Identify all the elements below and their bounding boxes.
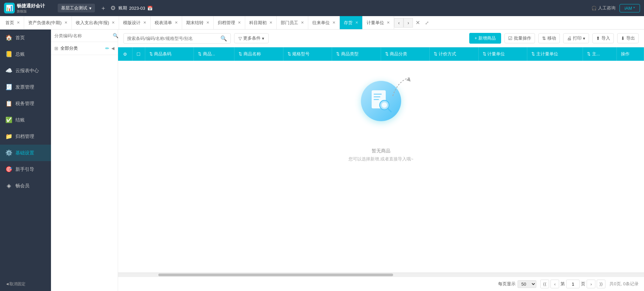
tab-inventory[interactable]: 存货 ✕ [340, 16, 363, 29]
calendar-icon[interactable]: 📅 [147, 6, 153, 11]
sidebar-item-member[interactable]: ◈ 畅会员 [0, 178, 51, 194]
move-label: 移动 [547, 35, 556, 41]
tab-unit-label: 计量单位 [367, 20, 384, 26]
guide-icon: 🎯 [5, 166, 12, 173]
filter-button[interactable]: ▽ 更多条件 ▾ [234, 33, 269, 43]
add-product-label: + 新增商品 [475, 35, 496, 41]
th-barcode[interactable]: ⇅ 商品条码 [145, 47, 194, 61]
import-button[interactable]: ⬆ 导入 [592, 33, 614, 43]
th-category[interactable]: ⇅ 商品分类 [381, 47, 429, 61]
tab-unit-close[interactable]: ✕ [387, 20, 390, 25]
tab-tax-close[interactable]: ✕ [175, 20, 178, 25]
tab-period-carry[interactable]: 期末结转 ✕ [182, 16, 214, 29]
sidebar-invoice-label: 发票管理 [15, 84, 34, 90]
empty-illustration [351, 81, 411, 141]
category-search-icon[interactable]: 🔍 [113, 33, 118, 38]
sidebar-item-archive[interactable]: 📁 归档管理 [0, 128, 51, 145]
sidebar-item-tax[interactable]: 📋 税务管理 [0, 95, 51, 112]
period-label: 账期 [118, 5, 127, 11]
th-pricing[interactable]: ⇅ 计价方式 [430, 47, 478, 61]
scroll-thumb[interactable] [158, 274, 393, 276]
main-layout: 🏠 首页 📒 总账 ☁️ 云报表中心 🧾 发票管理 📋 税务管理 ✅ 结账 📁 … [0, 30, 644, 291]
tab-department[interactable]: 部门员工 ✕ [277, 16, 308, 29]
tab-balance-close[interactable]: ✕ [64, 20, 67, 25]
sidebar-item-invoice[interactable]: 🧾 发票管理 [0, 79, 51, 95]
tab-home[interactable]: 首页 ✕ [1, 16, 24, 29]
tab-template[interactable]: 模版设计 ✕ [119, 16, 151, 29]
th-name[interactable]: ⇅ 商品名称 [234, 47, 283, 61]
import-icon: ⬆ [596, 36, 600, 41]
tab-prev-button[interactable]: ‹ [394, 18, 404, 28]
th-main-unit[interactable]: ⇅ 主计量单位 [527, 47, 583, 61]
tab-inventory-close[interactable]: ✕ [355, 20, 358, 25]
tab-balance-sheet[interactable]: 资产负债表(中期) ✕ [24, 16, 72, 29]
tab-contacts[interactable]: 往来单位 ✕ [308, 16, 340, 29]
product-search-input[interactable] [127, 36, 218, 41]
move-button[interactable]: ⇅ 移动 [538, 33, 560, 43]
next-page-button[interactable]: › [587, 280, 595, 288]
tab-contacts-close[interactable]: ✕ [332, 20, 335, 25]
sidebar-item-home[interactable]: 🏠 首页 [0, 30, 51, 46]
th-unit[interactable]: ⇅ 计量单位 [478, 47, 527, 61]
all-category-row[interactable]: ⊞ 全部分类 ✏ ◀ [51, 42, 118, 55]
tab-expand-button[interactable]: ⤢ [422, 18, 432, 28]
last-page-button[interactable]: ⟩⟩ [597, 280, 605, 288]
sidebar-item-closing[interactable]: ✅ 结账 [0, 112, 51, 128]
svg-rect-3 [374, 96, 380, 97]
page-number-input[interactable] [566, 280, 580, 288]
tab-income-close[interactable]: ✕ [112, 20, 115, 25]
export-button[interactable]: ⬇ 导出 [617, 33, 639, 43]
tab-next-button[interactable]: › [404, 18, 413, 28]
tax-icon: 📋 [5, 100, 12, 107]
prev-page-button[interactable]: ‹ [550, 280, 559, 288]
horizontal-scrollbar[interactable] [118, 273, 644, 277]
export-icon: ⬇ [621, 36, 625, 41]
sidebar-item-settings[interactable]: ⚙️ 基础设置 [0, 145, 51, 161]
batch-operation-button[interactable]: ☑ 批量操作 [504, 33, 535, 43]
th-settings[interactable]: ⚙ [118, 47, 132, 61]
ledger-icon: 📒 [5, 51, 12, 58]
category-search-input[interactable] [54, 33, 111, 38]
sidebar-item-guide[interactable]: 🎯 新手引导 [0, 161, 51, 178]
tab-income-statement[interactable]: 收入支出表(年报) ✕ [72, 16, 119, 29]
company-selector[interactable]: 基层工会测试 ▾ [58, 4, 95, 12]
tab-archive-close[interactable]: ✕ [238, 20, 241, 25]
add-tab-button[interactable]: ＋ [100, 4, 106, 12]
th-spec[interactable]: ⇅ 规格型号 [283, 47, 332, 61]
tab-home-label: 首页 [5, 20, 14, 26]
th-sub[interactable]: ⇅ 主... [583, 47, 617, 61]
add-product-button[interactable]: + 新增商品 [469, 33, 501, 44]
period-value[interactable]: 2023-03 [129, 6, 145, 11]
tab-tax-list[interactable]: 税表清单 ✕ [151, 16, 182, 29]
account-button[interactable]: iAM * [620, 4, 640, 12]
pagination: ⟨⟨ ‹ 第 页 › ⟩⟩ [540, 280, 605, 288]
page-size-select[interactable]: 50 100 200 [518, 280, 536, 288]
category-search-box: 🔍 [51, 30, 118, 42]
service-button[interactable]: 🎧 人工咨询 [591, 5, 615, 11]
tab-subject-close[interactable]: ✕ [269, 20, 272, 25]
svg-rect-4 [374, 99, 379, 100]
sidebar-item-reports[interactable]: ☁️ 云报表中心 [0, 62, 51, 79]
tab-department-close[interactable]: ✕ [301, 20, 304, 25]
sidebar-archive-label: 归档管理 [15, 134, 34, 140]
tab-archive[interactable]: 归档管理 ✕ [214, 16, 245, 29]
print-button[interactable]: 🖨 打印 ▾ [563, 33, 589, 43]
collapse-icon[interactable]: ◀ [111, 46, 114, 51]
product-search-icon[interactable]: 🔍 [220, 35, 227, 42]
tab-contacts-label: 往来单位 [312, 20, 330, 26]
tab-home-close[interactable]: ✕ [17, 20, 20, 25]
th-code[interactable]: ⇅ 商品... [194, 47, 234, 61]
edit-icon[interactable]: ✏ [105, 46, 109, 51]
settings-button[interactable]: ⚙ [110, 4, 116, 12]
tab-period-close[interactable]: ✕ [206, 20, 209, 25]
th-type[interactable]: ⇅ 商品类型 [332, 47, 381, 61]
sidebar-unpin-button[interactable]: ◄取消固定 [0, 277, 51, 291]
sidebar-item-ledger[interactable]: 📒 总账 [0, 46, 51, 62]
th-checkbox[interactable]: ☐ [132, 47, 145, 61]
first-page-button[interactable]: ⟨⟨ [540, 280, 549, 288]
tab-close-all-button[interactable]: ✕ [413, 18, 422, 28]
tab-template-close[interactable]: ✕ [143, 20, 146, 25]
tab-department-label: 部门员工 [281, 20, 298, 26]
tab-unit[interactable]: 计量单位 ✕ [363, 16, 394, 29]
tab-subject[interactable]: 科目期初 ✕ [245, 16, 277, 29]
